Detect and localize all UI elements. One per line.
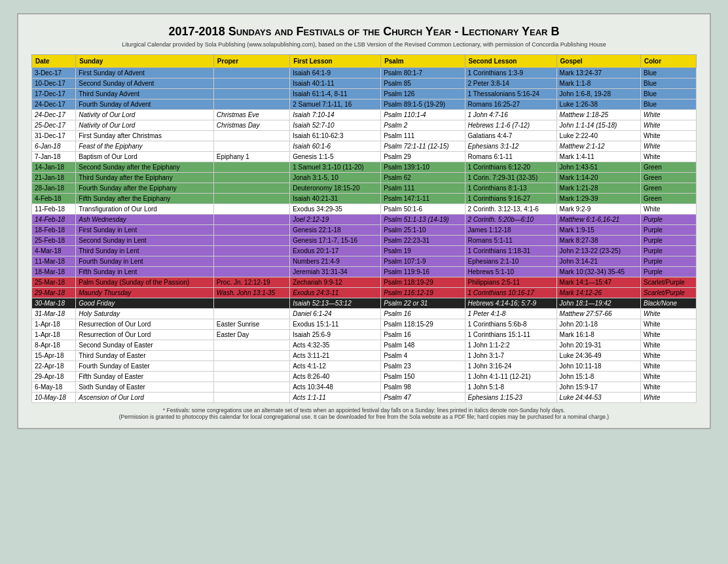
cell-first_lesson: Acts 1:1-11 [290, 393, 381, 403]
cell-first_lesson: Isaiah 40:1-11 [290, 79, 381, 89]
cell-psalm: Psalm 72:1-11 (12-15) [381, 141, 465, 152]
table-row: 15-Apr-18Third Sunday of EasterActs 3:11… [32, 351, 697, 361]
cell-second_lesson: 1 Corinthians 15:1-11 [465, 330, 556, 340]
cell-proper: Christmas Eve [213, 110, 289, 120]
footer-line1: * Festivals: some congregations use an a… [31, 407, 697, 414]
cell-first_lesson: Exodus 24:3-11 [290, 288, 381, 298]
cell-color: Blue [640, 68, 696, 79]
cell-color: White [640, 361, 696, 372]
cell-first_lesson: Acts 3:11-21 [290, 351, 381, 361]
cell-gospel: John 18:1—19:42 [556, 298, 640, 309]
table-row: 3-Dec-17First Sunday of AdventIsaiah 64:… [32, 68, 697, 79]
cell-second_lesson: 1 Corinthians 5:6b-8 [465, 319, 556, 330]
cell-gospel: Mark 9:2-9 [556, 204, 640, 215]
table-row: 7-Jan-18Baptism of Our LordEpiphany 1Gen… [32, 152, 697, 162]
cell-psalm: Psalm 118:15-29 [381, 319, 465, 330]
cell-psalm: Psalm 89:1-5 (19-29) [381, 99, 465, 110]
cell-first_lesson: Isaiah 52:7-10 [290, 120, 381, 131]
cell-proper: Christmas Day [213, 120, 289, 131]
column-header-gospel: Gospel [556, 55, 640, 68]
cell-proper [213, 340, 289, 351]
cell-date: 24-Dec-17 [32, 110, 76, 120]
cell-psalm: Psalm 98 [381, 382, 465, 393]
cell-color: Blue [640, 89, 696, 99]
table-row: 4-Mar-18Third Sunday in LentExodus 20:1-… [32, 246, 697, 256]
table-row: 21-Jan-18Third Sunday after the Epiphany… [32, 173, 697, 183]
cell-gospel: Luke 1:26-38 [556, 99, 640, 110]
cell-first_lesson: Numbers 21:4-9 [290, 256, 381, 267]
cell-second_lesson: Philippians 2:5-11 [465, 277, 556, 288]
cell-sunday: Fourth Sunday of Advent [76, 99, 214, 110]
cell-color: Blue [640, 99, 696, 110]
table-row: 18-Mar-18Fifth Sunday in LentJeremiah 31… [32, 267, 697, 277]
cell-second_lesson: 1 John 4:1-11 (12-21) [465, 372, 556, 382]
cell-sunday: Baptism of Our Lord [76, 152, 214, 162]
cell-psalm: Psalm 19 [381, 246, 465, 256]
cell-second_lesson: James 1:12-18 [465, 225, 556, 236]
table-row: 25-Feb-18Second Sunday in LentGenesis 17… [32, 236, 697, 246]
cell-date: 7-Jan-18 [32, 152, 76, 162]
footer-notes: * Festivals: some congregations use an a… [31, 407, 697, 420]
cell-date: 11-Mar-18 [32, 256, 76, 267]
cell-sunday: Sixth Sunday of Easter [76, 382, 214, 393]
table-row: 10-May-18Ascension of Our LordActs 1:1-1… [32, 393, 697, 403]
cell-color: White [640, 340, 696, 351]
cell-color: White [640, 204, 696, 215]
column-header-date: Date [32, 55, 76, 68]
cell-psalm: Psalm 16 [381, 309, 465, 319]
table-row: 29-Mar-18Maundy ThursdayWash. John 13:1-… [32, 288, 697, 298]
cell-second_lesson: Romans 16:25-27 [465, 99, 556, 110]
table-row: 31-Dec-17First Sunday after ChristmasIsa… [32, 131, 697, 141]
cell-date: 25-Mar-18 [32, 277, 76, 288]
cell-proper [213, 298, 289, 309]
cell-proper [213, 256, 289, 267]
cell-psalm: Psalm 110:1-4 [381, 110, 465, 120]
cell-proper [213, 173, 289, 183]
cell-psalm: Psalm 80:1-7 [381, 68, 465, 79]
cell-first_lesson: 2 Samuel 7:1-11, 16 [290, 99, 381, 110]
cell-color: Purple [640, 256, 696, 267]
cell-sunday: Second Sunday after the Epiphany [76, 162, 214, 173]
cell-sunday: Resurrection of Our Lord [76, 319, 214, 330]
cell-date: 22-Apr-18 [32, 361, 76, 372]
cell-proper [213, 236, 289, 246]
cell-gospel: Luke 24:44-53 [556, 393, 640, 403]
cell-first_lesson: Jeremiah 31:31-34 [290, 267, 381, 277]
cell-psalm: Psalm 148 [381, 340, 465, 351]
cell-gospel: Mark 10:(32-34) 35-45 [556, 267, 640, 277]
column-header-color: Color [640, 55, 696, 68]
cell-second_lesson: Romans 5:1-11 [465, 236, 556, 246]
cell-first_lesson: Acts 4:1-12 [290, 361, 381, 372]
cell-psalm: Psalm 150 [381, 372, 465, 382]
cell-second_lesson: 1 John 5:1-8 [465, 382, 556, 393]
page-title: 2017-2018 Sundays and Festivals of the C… [31, 25, 697, 39]
cell-proper [213, 141, 289, 152]
column-header-second-lesson: Second Lesson [465, 55, 556, 68]
cell-psalm: Psalm 2 [381, 120, 465, 131]
cell-date: 10-May-18 [32, 393, 76, 403]
cell-gospel: John 20:19-31 [556, 340, 640, 351]
cell-first_lesson: Deuteronomy 18:15-20 [290, 183, 381, 194]
cell-date: 29-Apr-18 [32, 372, 76, 382]
cell-color: White [640, 319, 696, 330]
footer-line2: (Permission is granted to photocopy this… [31, 414, 697, 420]
cell-psalm: Psalm 85 [381, 79, 465, 89]
cell-color: Purple [640, 236, 696, 246]
cell-second_lesson: 1 John 4:7-16 [465, 110, 556, 120]
cell-proper [213, 79, 289, 89]
cell-proper [213, 393, 289, 403]
cell-proper [213, 351, 289, 361]
cell-sunday: Fifth Sunday in Lent [76, 267, 214, 277]
cell-proper [213, 361, 289, 372]
cell-first_lesson: Genesis 22:1-18 [290, 225, 381, 236]
cell-psalm: Psalm 22 or 31 [381, 298, 465, 309]
table-row: 28-Jan-18Fourth Sunday after the Epiphan… [32, 183, 697, 194]
cell-proper [213, 183, 289, 194]
cell-first_lesson: Isaiah 52:13—53:12 [290, 298, 381, 309]
cell-date: 18-Mar-18 [32, 267, 76, 277]
table-row: 6-May-18Sixth Sunday of EasterActs 10:34… [32, 382, 697, 393]
cell-second_lesson: 1 Corin. 7:29-31 (32-35) [465, 173, 556, 183]
table-row: 24-Dec-17Fourth Sunday of Advent2 Samuel… [32, 99, 697, 110]
cell-gospel: Matthew 6:1-6,16-21 [556, 215, 640, 225]
cell-sunday: Fifth Sunday after the Epiphany [76, 194, 214, 204]
